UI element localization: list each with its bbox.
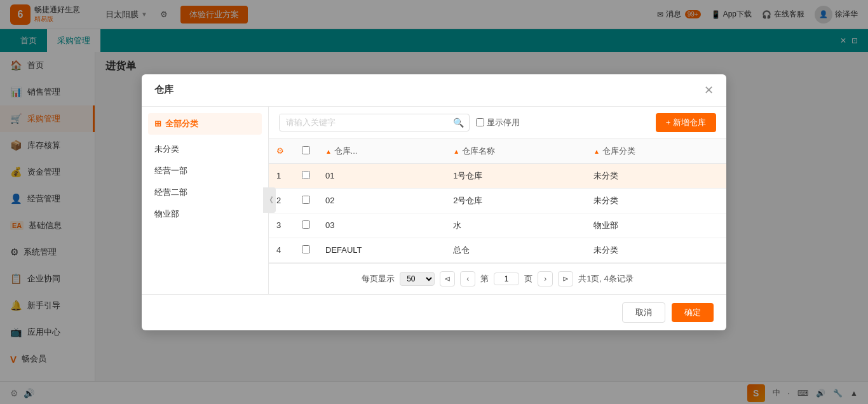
cancel-button[interactable]: 取消 (622, 302, 665, 323)
dialog-footer: 取消 确定 (142, 294, 726, 330)
left-panel: ⊞ 全部分类 未分类 经营一部 经营二部 物业部 《 (142, 107, 269, 294)
row-checkbox-cell[interactable] (294, 188, 318, 213)
pagination-summary: 共1页, 4条记录 (578, 273, 634, 285)
dialog-toolbar: 🔍 显示停用 + 新增仓库 (269, 107, 726, 139)
search-button[interactable]: 🔍 (448, 114, 469, 131)
show-disabled-checkbox-label[interactable]: 显示停用 (476, 117, 520, 128)
row-category: 物业部 (586, 213, 726, 238)
row-name: 1号仓库 (445, 163, 586, 188)
row-checkbox[interactable] (302, 171, 310, 179)
row-checkbox[interactable] (302, 220, 310, 229)
table-row[interactable]: 3 03 水 物业部 (269, 213, 726, 238)
pagination: 每页显示 50 100 ⊲ ‹ 第 页 › ⊳ 共1页, 4条记录 (269, 263, 726, 294)
row-num: 4 (269, 238, 294, 262)
dialog-header: 仓库 ✕ (142, 74, 726, 107)
search-input[interactable] (280, 114, 448, 130)
th-code: ▲ 仓库... (318, 139, 445, 164)
row-name: 2号仓库 (445, 188, 586, 213)
warehouse-table: ⚙ ▲ 仓库... ▲ 仓库名称 (269, 139, 726, 263)
show-disabled-checkbox[interactable] (476, 118, 484, 126)
page-next-button[interactable]: › (538, 271, 553, 286)
dialog-close-button[interactable]: ✕ (704, 83, 714, 97)
category-item-property[interactable]: 物业部 (148, 203, 262, 225)
table-row[interactable]: 4 DEFAULT 总仓 未分类 (269, 238, 726, 262)
row-num: 1 (269, 163, 294, 188)
dialog-body: ⊞ 全部分类 未分类 经营一部 经营二部 物业部 《 🔍 (142, 107, 726, 294)
warehouse-dialog: 仓库 ✕ ⊞ 全部分类 未分类 经营一部 经营二部 物业部 《 (142, 74, 726, 330)
row-checkbox[interactable] (302, 245, 310, 253)
collapse-left-panel-button[interactable]: 《 (263, 187, 276, 213)
th-checkbox (294, 139, 318, 164)
row-category: 未分类 (586, 188, 726, 213)
page-unit-label: 页 (524, 273, 532, 285)
all-category-item[interactable]: ⊞ 全部分类 (148, 113, 262, 135)
row-checkbox-cell[interactable] (294, 213, 318, 238)
all-category-label: 全部分类 (165, 118, 198, 130)
right-panel: 🔍 显示停用 + 新增仓库 ⚙ (269, 107, 726, 294)
page-number-input[interactable] (494, 273, 519, 285)
settings-icon-th: ⚙ (276, 146, 284, 156)
row-name: 水 (445, 213, 586, 238)
page-last-button[interactable]: ⊳ (558, 271, 573, 286)
row-category: 未分类 (586, 238, 726, 262)
th-settings: ⚙ (269, 139, 294, 164)
page-first-button[interactable]: ⊲ (440, 271, 455, 286)
row-code: DEFAULT (318, 238, 445, 262)
page-prev-button[interactable]: ‹ (460, 271, 475, 286)
row-code: 02 (318, 188, 445, 213)
category-item-dept1[interactable]: 经营一部 (148, 160, 262, 182)
category-item-dept2[interactable]: 经营二部 (148, 182, 262, 203)
row-name: 总仓 (445, 238, 586, 262)
th-name: ▲ 仓库名称 (445, 139, 586, 164)
table-row[interactable]: 1 01 1号仓库 未分类 (269, 163, 726, 188)
per-page-label: 每页显示 (362, 273, 395, 285)
warehouse-table-wrap: ⚙ ▲ 仓库... ▲ 仓库名称 (269, 139, 726, 263)
table-header-row: ⚙ ▲ 仓库... ▲ 仓库名称 (269, 139, 726, 164)
select-all-checkbox[interactable] (302, 146, 310, 154)
add-warehouse-button[interactable]: + 新增仓库 (656, 113, 716, 132)
search-input-wrap: 🔍 (279, 114, 470, 131)
page-num-label: 第 (480, 273, 489, 285)
row-checkbox[interactable] (302, 196, 310, 204)
row-checkbox-cell[interactable] (294, 238, 318, 262)
table-row[interactable]: 2 02 2号仓库 未分类 (269, 188, 726, 213)
confirm-button[interactable]: 确定 (672, 303, 714, 322)
th-category: ▲ 仓库分类 (586, 139, 726, 164)
row-num: 3 (269, 213, 294, 238)
dialog-title: 仓库 (154, 84, 173, 96)
row-code: 03 (318, 213, 445, 238)
grid-icon: ⊞ (154, 119, 161, 128)
category-item-unclassified[interactable]: 未分类 (148, 138, 262, 160)
page-size-select[interactable]: 50 100 (400, 272, 435, 286)
row-category: 未分类 (586, 163, 726, 188)
row-code: 01 (318, 163, 445, 188)
row-checkbox-cell[interactable] (294, 163, 318, 188)
dialog-overlay: 仓库 ✕ ⊞ 全部分类 未分类 经营一部 经营二部 物业部 《 (0, 0, 868, 404)
show-disabled-label: 显示停用 (487, 117, 520, 128)
